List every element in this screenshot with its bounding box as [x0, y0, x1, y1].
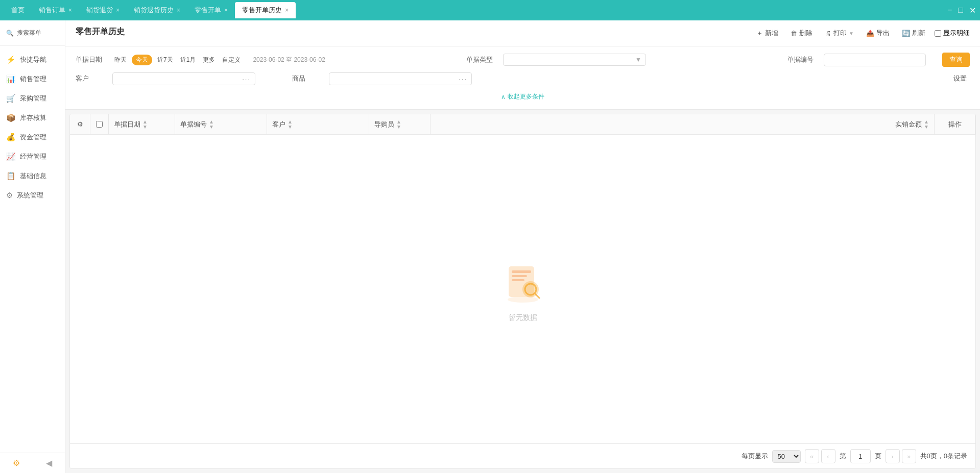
tab-retail-open-history[interactable]: 零售开单历史 ×	[235, 2, 296, 18]
print-icon: 🖨	[825, 30, 831, 37]
print-button[interactable]: 🖨 打印 ▼	[822, 27, 857, 40]
number-filter-label: 单据编号	[787, 55, 816, 64]
shortcut-custom[interactable]: 自定义	[220, 55, 243, 65]
sidebar-collapse-icon[interactable]: ◀	[46, 458, 52, 468]
tab-retail-open[interactable]: 零售开单 ×	[187, 2, 235, 18]
empty-state: 暂无数据	[70, 135, 975, 443]
table-header: ⚙ 单据日期 ▲▼ 单据编号 ▲▼ 客户 ▲▼ 导购员	[70, 114, 975, 135]
tab-retail-open-close[interactable]: ×	[224, 7, 228, 14]
collapse-row: ∧ 收起更多条件	[76, 90, 970, 103]
sidebar-item-basic-info[interactable]: 📋 基础信息	[0, 166, 65, 186]
page-size-select[interactable]: 50 10 20 100	[772, 450, 801, 463]
select-all-checkbox[interactable]	[96, 121, 103, 128]
number-filter-input[interactable]	[824, 54, 926, 66]
display-cols-checkbox[interactable]	[935, 30, 941, 37]
basic-info-icon: 📋	[6, 171, 16, 181]
type-filter-select[interactable]: ▼	[503, 54, 646, 66]
page-header: 零售开单历史 ＋ 新增 🗑 删除 🖨 打印 ▼ 📤 导出	[65, 20, 980, 46]
tab-sales-order[interactable]: 销售订单 ×	[32, 2, 79, 18]
tab-sales-order-close[interactable]: ×	[68, 7, 72, 14]
page-next-button[interactable]: ›	[886, 449, 900, 463]
filter-row-2: 客户 ··· 商品 ··· 设置	[76, 72, 970, 85]
th-date[interactable]: 单据日期 ▲▼	[109, 114, 175, 134]
goods-filter-field[interactable]	[333, 75, 459, 83]
settings-label: 设置	[953, 74, 967, 83]
export-button[interactable]: 📤 导出	[863, 27, 893, 40]
query-label: 查询	[949, 55, 963, 64]
delete-button[interactable]: 🗑 删除	[787, 27, 816, 40]
th-settings[interactable]: ⚙	[70, 114, 90, 134]
page-prev-button[interactable]: ‹	[821, 449, 835, 463]
th-customer-label: 客户	[272, 120, 285, 129]
sidebar-search-area[interactable]: 🔍 搜索菜单	[0, 20, 65, 46]
empty-icon	[497, 256, 548, 307]
goods-filter-input[interactable]: ···	[329, 72, 472, 85]
sidebar-nav: ⚡ 快捷导航 📊 销售管理 🛒 采购管理 📦 库存核算 💰 资金管理 📈	[0, 46, 65, 453]
page-last-button[interactable]: »	[902, 449, 916, 463]
tab-sales-return-history[interactable]: 销货退货历史 ×	[127, 2, 187, 18]
goods-more-dots: ···	[459, 75, 467, 83]
window-close-icon[interactable]: ✕	[969, 6, 976, 15]
tab-retail-open-history-close[interactable]: ×	[285, 7, 289, 14]
page-first-button[interactable]: «	[805, 449, 819, 463]
sidebar-search[interactable]: 🔍 搜索菜单	[0, 26, 65, 40]
page-input[interactable]	[850, 449, 871, 463]
sidebar-item-purchase-mgmt[interactable]: 🛒 采购管理	[0, 89, 65, 108]
shortcut-more[interactable]: 更多	[201, 55, 217, 65]
th-amount[interactable]: 实销金额 ▲▼	[431, 114, 935, 134]
query-button[interactable]: 查询	[942, 53, 970, 67]
sidebar-item-operations[interactable]: 📈 经营管理	[0, 147, 65, 166]
customer-filter-input[interactable]: ···	[112, 72, 255, 85]
customer-filter-field[interactable]	[117, 75, 242, 83]
sidebar-settings-icon[interactable]: ⚙	[13, 458, 20, 468]
tab-home-label: 首页	[11, 6, 25, 15]
sidebar-item-system[interactable]: ⚙ 系统管理	[0, 186, 65, 205]
inventory-icon: 📦	[6, 113, 16, 122]
type-filter-label: 单据类型	[466, 55, 495, 64]
search-icon: 🔍	[6, 30, 14, 37]
number-filter-field[interactable]	[828, 56, 921, 64]
shortcut-today[interactable]: 今天	[132, 55, 152, 65]
tab-sales-return-close[interactable]: ×	[116, 7, 119, 14]
sidebar-item-quick-nav-label: 快捷导航	[20, 55, 46, 64]
add-button[interactable]: ＋ 新增	[753, 27, 781, 40]
page-title: 零售开单历史	[76, 27, 125, 43]
customer-sort-icon[interactable]: ▲▼	[288, 119, 293, 130]
tab-sales-return-history-close[interactable]: ×	[177, 7, 180, 14]
window-maximize-icon[interactable]: □	[958, 6, 963, 15]
amount-sort-icon[interactable]: ▲▼	[924, 119, 929, 130]
shortcut-1month[interactable]: 近1月	[178, 55, 198, 65]
number-sort-icon[interactable]: ▲▼	[209, 119, 214, 130]
sidebar-item-inventory[interactable]: 📦 库存核算	[0, 108, 65, 128]
collapse-button[interactable]: ∧ 收起更多条件	[496, 90, 549, 103]
sidebar: 🔍 搜索菜单 ⚡ 快捷导航 📊 销售管理 🛒 采购管理 📦 库存核算 �	[0, 20, 65, 473]
th-customer[interactable]: 客户 ▲▼	[267, 114, 369, 134]
page-size-label: 每页显示	[742, 452, 768, 461]
sidebar-item-finance-label: 资金管理	[20, 133, 46, 142]
sidebar-item-finance[interactable]: 💰 资金管理	[0, 128, 65, 147]
refresh-button[interactable]: 🔄 刷新	[899, 27, 928, 40]
guide-sort-icon[interactable]: ▲▼	[396, 119, 401, 130]
th-checkbox[interactable]	[90, 114, 109, 134]
tab-sales-return-label: 销货退货	[86, 6, 113, 15]
add-icon: ＋	[756, 29, 763, 38]
date-range-display: 2023-06-02 至 2023-06-02	[253, 56, 325, 64]
window-minimize-icon[interactable]: −	[947, 6, 952, 15]
display-cols-label: 显示明细	[943, 29, 970, 38]
shortcut-yesterday[interactable]: 昨天	[112, 55, 129, 65]
th-number[interactable]: 单据编号 ▲▼	[175, 114, 267, 134]
sidebar-item-quick-nav[interactable]: ⚡ 快捷导航	[0, 50, 65, 69]
sidebar-item-inventory-label: 库存核算	[20, 113, 46, 122]
shortcut-7days[interactable]: 近7天	[155, 55, 175, 65]
column-settings-icon[interactable]: ⚙	[77, 120, 83, 128]
settings-button[interactable]: 设置	[950, 72, 970, 85]
refresh-icon: 🔄	[902, 30, 910, 37]
print-dropdown-icon: ▼	[849, 31, 854, 36]
th-guide[interactable]: 导购员 ▲▼	[369, 114, 431, 134]
tab-sales-return[interactable]: 销货退货 ×	[79, 2, 127, 18]
date-sort-icon[interactable]: ▲▼	[142, 119, 148, 130]
tab-home[interactable]: 首页	[4, 2, 32, 18]
tab-bar: 首页 销售订单 × 销货退货 × 销货退货历史 × 零售开单 × 零售开单历史 …	[0, 0, 980, 20]
th-number-label: 单据编号	[180, 120, 207, 129]
sidebar-item-sales-mgmt[interactable]: 📊 销售管理	[0, 69, 65, 89]
